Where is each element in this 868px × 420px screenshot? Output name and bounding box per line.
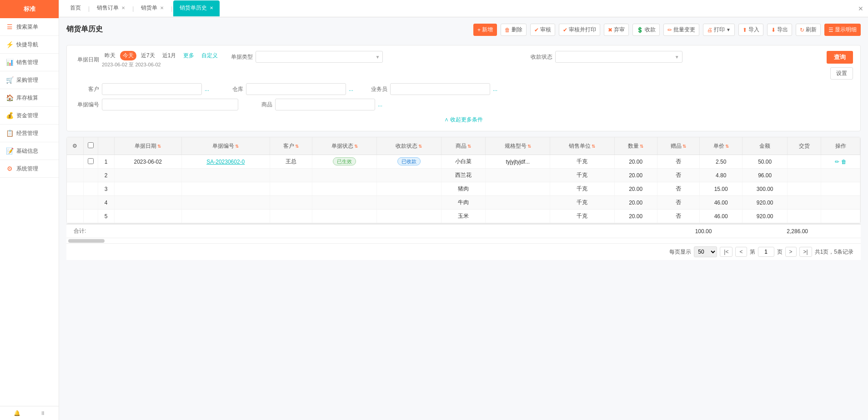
filter-row-2: 客户 ... 仓库 ... 业务员 ... xyxy=(74,83,853,95)
print-button[interactable]: 🖨 打印 ▼ xyxy=(703,24,735,36)
salesperson-ellipsis[interactable]: ... xyxy=(493,86,497,92)
collapse-filter-btn[interactable]: ∧ 收起更多条件 xyxy=(74,114,853,125)
close-sales-delivery-icon[interactable]: ✕ xyxy=(160,5,164,10)
tab-home[interactable]: 首页 xyxy=(64,0,87,16)
next-page-button[interactable]: > xyxy=(785,247,797,257)
row-gift: 否 xyxy=(657,196,700,210)
first-page-button[interactable]: |< xyxy=(720,247,733,257)
horizontal-scrollbar[interactable] xyxy=(66,238,861,243)
query-button[interactable]: 查询 xyxy=(827,51,853,64)
collect-button[interactable]: 💲 收款 xyxy=(632,24,660,36)
title-toolbar-bar: 销货单历史 + 新增 🗑 删除 ✔ 审核 ✔ 审核并打印 xyxy=(66,24,861,40)
sidebar-item-ops-mgmt[interactable]: 📋 经营管理 xyxy=(0,125,59,142)
last-page-button[interactable]: >| xyxy=(799,247,812,257)
abandon-icon: ✖ xyxy=(608,27,612,33)
row-goods: 猪肉 xyxy=(441,182,486,196)
tab-bar-close-all[interactable]: ✕ xyxy=(858,5,863,12)
refresh-button[interactable]: ↻ 刷新 xyxy=(796,24,821,36)
th-settings[interactable]: ⚙ xyxy=(67,137,83,155)
warehouse-ellipsis[interactable]: ... xyxy=(349,86,353,92)
close-sales-history-icon[interactable]: ✕ xyxy=(210,5,213,10)
row-action xyxy=(821,210,860,223)
date-tag-1month[interactable]: 近1月 xyxy=(160,51,179,60)
sort-doc-status-icon: ⇅ xyxy=(354,144,358,149)
sidebar-item-purchase-mgmt[interactable]: 🛒 采购管理 xyxy=(0,71,59,89)
tab-sales-order[interactable]: 销售订单 ✕ xyxy=(90,0,131,16)
row-doc-no: SA-20230602-0 xyxy=(181,155,270,169)
row-checkbox-cell xyxy=(83,169,98,182)
salesperson-input[interactable] xyxy=(390,83,490,95)
row-checkbox[interactable] xyxy=(88,158,94,164)
edit-action-link[interactable]: ✏ xyxy=(835,159,839,165)
sidebar-item-basic-info[interactable]: 📝 基础信息 xyxy=(0,142,59,160)
sort-doc-date-icon: ⇅ xyxy=(157,144,161,149)
date-tag-yesterday[interactable]: 昨天 xyxy=(102,51,118,60)
customer-filter: 客户 ... xyxy=(74,83,209,95)
th-goods[interactable]: 商品⇅ xyxy=(441,137,486,155)
date-tag-today[interactable]: 今天 xyxy=(120,51,136,60)
row-payment-status xyxy=(377,182,442,196)
audit-print-button[interactable]: ✔ 审核并打印 xyxy=(559,24,600,36)
sidebar-item-search-menu[interactable]: ☰ 搜索菜单 xyxy=(0,18,59,36)
row-unit: 千克 xyxy=(550,182,615,196)
doc-no-input[interactable] xyxy=(102,99,238,110)
delete-action-link[interactable]: 🗑 xyxy=(841,159,847,165)
goods-input[interactable] xyxy=(275,99,375,110)
row-spec xyxy=(486,169,550,182)
th-customer[interactable]: 客户⇅ xyxy=(270,137,312,155)
sort-spec-icon: ⇅ xyxy=(527,144,531,149)
settings-gear-icon[interactable]: ⚙ xyxy=(70,141,80,151)
doc-no-link[interactable]: SA-20230602-0 xyxy=(206,159,245,165)
sidebar-item-inventory[interactable]: 🏠 库存核算 xyxy=(0,89,59,107)
th-doc-date[interactable]: 单据日期⇅ xyxy=(114,137,181,155)
payment-status-select[interactable]: ▼ xyxy=(555,51,682,63)
sidebar-footer-icon1[interactable]: 🔔 xyxy=(14,410,20,416)
date-tag-custom[interactable]: 自定义 xyxy=(199,51,221,60)
sidebar-item-sales-mgmt[interactable]: 📊 销售管理 xyxy=(0,54,59,71)
customer-ellipsis[interactable]: ... xyxy=(205,86,209,92)
th-unit-price[interactable]: 单价⇅ xyxy=(700,137,743,155)
prev-page-button[interactable]: < xyxy=(735,247,747,257)
th-quantity[interactable]: 数量⇅ xyxy=(614,137,657,155)
import-button[interactable]: ⬆ 导入 xyxy=(738,24,763,36)
new-button[interactable]: + 新增 xyxy=(473,24,497,36)
show-details-button[interactable]: ☰ 显示明细 xyxy=(824,24,861,36)
row-action xyxy=(821,182,860,196)
tab-sales-delivery[interactable]: 销货单 ✕ xyxy=(135,0,170,16)
delete-button[interactable]: 🗑 删除 xyxy=(501,24,527,36)
th-payment-status[interactable]: 收款状态⇅ xyxy=(377,137,442,155)
goods-ellipsis[interactable]: ... xyxy=(378,101,382,108)
sales-icon: 📊 xyxy=(5,58,14,66)
row-customer xyxy=(270,196,312,210)
sidebar-item-finance[interactable]: 💰 资金管理 xyxy=(0,107,59,125)
doc-type-select[interactable]: ▼ xyxy=(256,51,383,63)
tab-sales-history[interactable]: 销货单历史 ✕ xyxy=(173,0,220,16)
per-page-select[interactable]: 50 100 200 xyxy=(694,246,717,257)
page-content: 销货单历史 + 新增 🗑 删除 ✔ 审核 ✔ 审核并打印 xyxy=(59,17,868,420)
footer-total-amount: 2,286.00 xyxy=(772,228,808,235)
batch-change-button[interactable]: ✏ 批量变更 xyxy=(663,24,699,36)
records-table: ⚙ 单据日期⇅ 单据编号⇅ 客户⇅ 单据状态⇅ 收款状态⇅ 商品⇅ 规格型号⇅ xyxy=(67,137,860,223)
sidebar-footer-icon2[interactable]: ⏸ xyxy=(40,410,45,416)
current-page-input[interactable] xyxy=(758,247,774,257)
date-tag-more[interactable]: 更多 xyxy=(181,51,197,60)
scroll-thumb[interactable] xyxy=(68,239,105,243)
th-gift[interactable]: 赠品⇅ xyxy=(657,137,700,155)
sidebar-item-sys-mgmt[interactable]: ⚙ 系统管理 xyxy=(0,160,59,178)
warehouse-input[interactable] xyxy=(246,83,346,95)
audit-button[interactable]: ✔ 审核 xyxy=(530,24,555,36)
payment-status-filter: 收款状态 ▼ xyxy=(527,51,819,63)
sort-goods-icon: ⇅ xyxy=(467,144,471,149)
customer-input[interactable] xyxy=(102,83,202,95)
abandon-button[interactable]: ✖ 弃审 xyxy=(604,24,629,36)
th-unit[interactable]: 销售单位⇅ xyxy=(550,137,615,155)
date-tag-7days[interactable]: 近7天 xyxy=(138,51,158,60)
select-all-checkbox[interactable] xyxy=(88,142,94,148)
export-button[interactable]: ⬇ 导出 xyxy=(767,24,792,36)
th-doc-status[interactable]: 单据状态⇅ xyxy=(312,137,377,155)
setting-button[interactable]: 设置 xyxy=(830,67,853,80)
th-doc-no[interactable]: 单据编号⇅ xyxy=(181,137,270,155)
th-spec[interactable]: 规格型号⇅ xyxy=(486,137,550,155)
sidebar-item-quick-nav[interactable]: ⚡ 快捷导航 xyxy=(0,36,59,54)
close-sales-order-icon[interactable]: ✕ xyxy=(121,5,125,10)
